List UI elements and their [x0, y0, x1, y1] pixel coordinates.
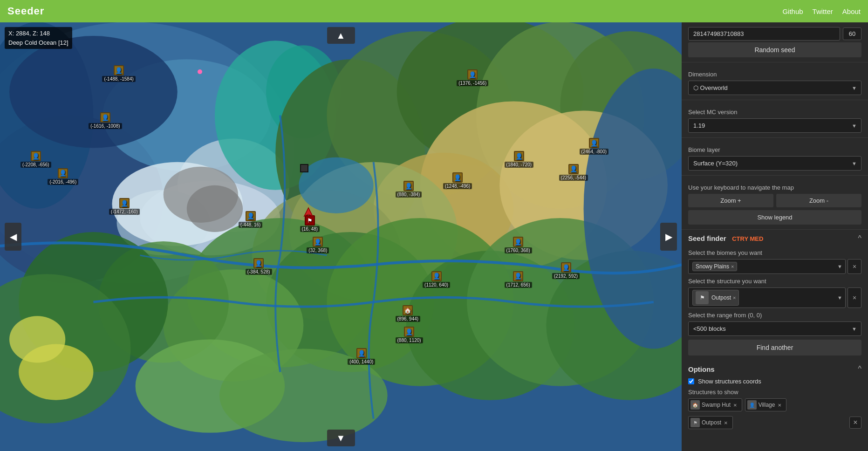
- seed-section: 60 Random seed: [682, 22, 868, 62]
- dimension-select[interactable]: ⬡ Overworld 🔥 Nether 🌟 The End: [688, 81, 861, 95]
- app-header: Seeder Github Twitter About: [0, 0, 868, 22]
- nav-down-button[interactable]: ▼: [327, 430, 355, 446]
- village-tag: 👤 Village ×: [745, 398, 786, 411]
- show-structures-checkbox[interactable]: [688, 378, 694, 384]
- svg-point-9: [187, 185, 243, 232]
- options-title: Options: [688, 365, 715, 373]
- svg-point-35: [9, 316, 65, 362]
- dimension-label: Dimension: [688, 71, 861, 78]
- swamp-hut-remove[interactable]: ×: [732, 402, 738, 409]
- biome-layer-select-wrapper: Surface (Y=320) Underground: [688, 156, 861, 171]
- snowy-plains-remove[interactable]: ×: [731, 264, 734, 269]
- nav-links: Github Twitter About: [782, 7, 861, 15]
- seed-finder-title: Seed finder: [688, 234, 726, 242]
- biome-clear-button[interactable]: ×: [847, 259, 861, 274]
- show-structures-label: Show structures coords: [698, 378, 761, 385]
- seed-finder-header: Seed finder CTRY MED ^: [682, 230, 868, 246]
- random-seed-button[interactable]: Random seed: [688, 42, 861, 57]
- navigation-section: Use your keyboard to navigate the map Zo…: [682, 176, 868, 230]
- dimension-section: Dimension ⬡ Overworld 🔥 Nether 🌟 The End: [682, 62, 868, 100]
- nav-right-button[interactable]: ▶: [660, 223, 677, 251]
- outpost-tag: ⚑ Outpost ×: [692, 290, 739, 306]
- biome-select-row: Snowy Plains × ▼ ×: [688, 259, 861, 274]
- mc-version-section: Select MC version 1.19 1.18 1.17 1.16: [682, 100, 868, 138]
- keyboard-hint: Use your keyboard to navigate the map: [688, 184, 861, 191]
- svg-point-37: [219, 348, 388, 442]
- show-legend-button[interactable]: Show legend: [688, 210, 861, 225]
- swamp-hut-tag: 🏠 Swamp Hut ×: [688, 398, 742, 411]
- structures-to-show-section: Structures to show 🏠 Swamp Hut × 👤 Villa…: [682, 387, 868, 434]
- outpost-struct-remove[interactable]: ×: [723, 419, 729, 426]
- biome-layer-label: Biome layer: [688, 146, 861, 153]
- range-select-wrapper: <500 blocks <1000 blocks <2000 blocks: [688, 321, 861, 336]
- find-another-button[interactable]: Find another: [688, 340, 861, 355]
- seed-finder-section: Seed finder CTRY MED ^ Select the biomes…: [682, 230, 868, 360]
- range-select[interactable]: <500 blocks <1000 blocks <2000 blocks: [688, 321, 861, 336]
- nav-left-button[interactable]: ◀: [5, 223, 21, 251]
- mc-version-select-wrapper: 1.19 1.18 1.17 1.16: [688, 118, 861, 133]
- structure-select-row: ⚑ Outpost × ▼ ×: [688, 287, 861, 308]
- dark-cube-marker: [300, 164, 308, 172]
- structure-clear-button[interactable]: ×: [847, 287, 861, 308]
- seed-count: 60: [843, 27, 861, 40]
- options-collapse-button[interactable]: ^: [858, 365, 861, 373]
- sidebar: 60 Random seed Dimension ⬡ Overworld 🔥 N…: [682, 22, 868, 451]
- biome-layer-select[interactable]: Surface (Y=320) Underground: [688, 156, 861, 171]
- range-label: Select the range from (0, 0): [688, 312, 861, 319]
- seed-finder-collapse-button[interactable]: ^: [858, 234, 861, 243]
- player-marker: [303, 207, 314, 220]
- structures-to-show-label: Structures to show: [688, 389, 861, 396]
- seed-finder-body: Select the biomes you want Snowy Plains …: [682, 249, 868, 360]
- village-remove[interactable]: ×: [777, 402, 782, 409]
- main-layout: X: 2884, Z: 148 Deep Cold Ocean [12] ▲ ▼…: [0, 22, 868, 451]
- structure-tag-select[interactable]: ⚑ Outpost × ▼: [688, 287, 846, 308]
- about-link[interactable]: About: [842, 7, 861, 15]
- outpost-remove[interactable]: ×: [733, 295, 736, 301]
- options-section: Options ^ Show structures coords Structu…: [682, 360, 868, 434]
- svg-point-38: [299, 157, 373, 213]
- structures-tags-list: 🏠 Swamp Hut × 👤 Village × ⚑ Outpost ×: [688, 398, 861, 429]
- biome-tag-select[interactable]: Snowy Plains × ▼: [688, 259, 846, 274]
- coordinate-tooltip: X: 2884, Z: 148 Deep Cold Ocean [12]: [5, 27, 72, 49]
- biome-layer-section: Biome layer Surface (Y=320) Underground: [682, 138, 868, 176]
- zoom-plus-button[interactable]: Zoom +: [688, 194, 773, 207]
- svg-marker-40: [304, 208, 313, 216]
- zoom-row: Zoom + Zoom -: [688, 194, 861, 207]
- snowy-plains-tag: Snowy Plains ×: [692, 262, 737, 271]
- biome-name: Deep Cold Ocean [12]: [8, 38, 68, 48]
- github-link[interactable]: Github: [782, 7, 803, 15]
- biome-map-svg: [0, 22, 682, 451]
- structure-select-label: Select the structure you want: [688, 278, 861, 285]
- outpost-struct-tag: ⚑ Outpost ×: [688, 416, 733, 429]
- map-area[interactable]: X: 2884, Z: 148 Deep Cold Ocean [12] ▲ ▼…: [0, 22, 682, 451]
- mc-version-select[interactable]: 1.19 1.18 1.17 1.16: [688, 118, 861, 133]
- coord-xy: X: 2884, Z: 148: [8, 29, 68, 38]
- dimension-select-wrapper: ⬡ Overworld 🔥 Nether 🌟 The End: [688, 81, 861, 95]
- structures-clear-all[interactable]: ×: [849, 417, 861, 429]
- mc-version-label: Select MC version: [688, 109, 861, 116]
- twitter-link[interactable]: Twitter: [813, 7, 833, 15]
- svg-point-39: [9, 36, 178, 148]
- nav-up-button[interactable]: ▲: [327, 27, 355, 44]
- show-structures-option: Show structures coords: [682, 376, 868, 387]
- zoom-minus-button[interactable]: Zoom -: [776, 194, 861, 207]
- options-header: Options ^: [682, 360, 868, 376]
- seed-finder-badge: CTRY MED: [732, 235, 763, 242]
- seed-input[interactable]: [688, 27, 840, 41]
- biome-select-label: Select the biomes you want: [688, 249, 861, 256]
- app-logo: Seeder: [7, 5, 44, 17]
